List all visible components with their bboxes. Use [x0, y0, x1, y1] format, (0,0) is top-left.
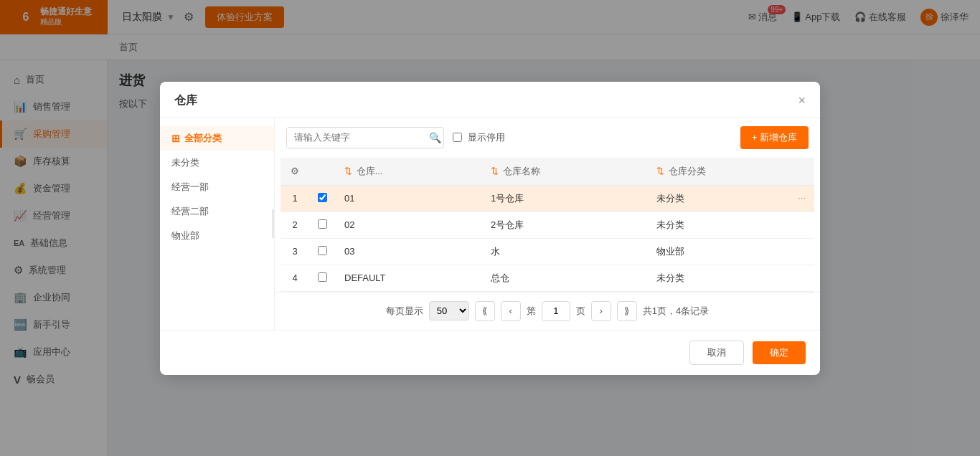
search-input[interactable]	[287, 128, 422, 147]
warehouse-table: ⚙ ⇅ 仓库... ⇅ 仓库名称	[281, 158, 814, 292]
col-gear[interactable]: ⚙	[281, 158, 309, 186]
row-code: 03	[336, 238, 482, 265]
col-code[interactable]: ⇅ 仓库...	[336, 158, 482, 186]
pagination: 每页显示 50 20 100 ⟪ ‹ 第 页 › ⟫ 共1页，4条记录	[275, 292, 820, 330]
warehouse-dialog: 仓库 × ⊞ 全部分类 未分类 经营一部 经营二部 物业部 《	[160, 82, 820, 375]
sort-icon-cat: ⇅	[656, 166, 664, 176]
dialog-footer: 取消 确定	[160, 330, 820, 375]
row-category: 未分类	[648, 265, 814, 291]
table-toolbar: 🔍 显示停用 + 新增仓库	[275, 118, 820, 158]
dialog-close-btn[interactable]: ×	[798, 94, 806, 107]
row-code: 01	[336, 185, 482, 212]
row-seq: 1	[281, 185, 309, 212]
page-number-input[interactable]	[542, 301, 570, 321]
row-actions-btn[interactable]: ···	[798, 192, 806, 203]
col-check	[309, 158, 336, 186]
table-row[interactable]: 3 03 水 物业部	[281, 238, 814, 265]
row-name: 2号仓库	[482, 212, 649, 238]
col-name[interactable]: ⇅ 仓库名称	[482, 158, 649, 186]
table-row[interactable]: 2 02 2号仓库 未分类	[281, 212, 814, 238]
show-disabled-label: 显示停用	[468, 131, 505, 144]
row-checkbox[interactable]	[309, 185, 336, 212]
total-label: 共1页，4条记录	[643, 305, 709, 318]
page-prev-btn[interactable]: ‹	[501, 301, 521, 321]
search-icon[interactable]: 🔍	[422, 128, 444, 148]
row-code: DEFAULT	[336, 265, 482, 291]
row-category: 未分类	[648, 212, 814, 238]
per-page-label: 每页显示	[386, 305, 423, 318]
table-row[interactable]: 4 DEFAULT 总仓 未分类	[281, 265, 814, 291]
table-row[interactable]: 1 01 1号仓库 未分类···	[281, 185, 814, 212]
col-category[interactable]: ⇅ 仓库分类	[648, 158, 814, 186]
row-checkbox[interactable]	[309, 265, 336, 291]
dialog-header: 仓库 ×	[160, 82, 820, 118]
dialog-overlay: 仓库 × ⊞ 全部分类 未分类 经营一部 经营二部 物业部 《	[0, 0, 980, 456]
table-panel: 🔍 显示停用 + 新增仓库 ⚙	[275, 118, 820, 330]
cat-item-uncat[interactable]: 未分类	[160, 151, 274, 175]
page-last-btn[interactable]: ⟫	[617, 301, 637, 321]
page-label-pre: 第	[527, 305, 536, 318]
row-name: 1号仓库	[482, 185, 649, 212]
show-disabled-checkbox[interactable]: 显示停用	[453, 131, 505, 144]
per-page-select[interactable]: 50 20 100	[429, 301, 469, 320]
cat-all-btn[interactable]: ⊞ 全部分类	[160, 126, 274, 151]
row-category: 物业部	[648, 238, 814, 265]
cat-all-label: 全部分类	[184, 132, 222, 145]
cat-item-property[interactable]: 物业部	[160, 224, 274, 248]
sort-icon-name: ⇅	[491, 166, 499, 176]
data-table: ⚙ ⇅ 仓库... ⇅ 仓库名称	[275, 158, 820, 292]
cancel-button[interactable]: 取消	[689, 341, 744, 365]
sort-icon-code: ⇅	[344, 166, 352, 176]
cat-item-dept2[interactable]: 经营二部	[160, 199, 274, 224]
page-next-btn[interactable]: ›	[591, 301, 611, 321]
row-category: 未分类···	[648, 185, 814, 212]
dialog-body: ⊞ 全部分类 未分类 经营一部 经营二部 物业部 《 🔍	[160, 118, 820, 330]
row-seq: 3	[281, 238, 309, 265]
show-disabled-check[interactable]	[453, 133, 462, 142]
add-warehouse-btn[interactable]: + 新增仓库	[740, 126, 809, 149]
row-seq: 4	[281, 265, 309, 291]
dialog-title: 仓库	[174, 93, 197, 108]
cat-item-dept1[interactable]: 经营一部	[160, 175, 274, 199]
category-panel: ⊞ 全部分类 未分类 经营一部 经营二部 物业部 《	[160, 118, 275, 330]
row-checkbox[interactable]	[309, 212, 336, 238]
page-first-btn[interactable]: ⟪	[475, 301, 495, 321]
row-code: 02	[336, 212, 482, 238]
row-seq: 2	[281, 212, 309, 238]
category-collapse-btn[interactable]: 《	[272, 209, 275, 238]
row-checkbox[interactable]	[309, 238, 336, 265]
chevron-left-icon: 《	[273, 217, 275, 229]
confirm-button[interactable]: 确定	[753, 341, 806, 364]
row-name: 总仓	[482, 265, 649, 291]
search-box: 🔍	[286, 127, 444, 148]
table-header-row: ⚙ ⇅ 仓库... ⇅ 仓库名称	[281, 158, 814, 186]
page-label-post: 页	[576, 305, 585, 318]
row-name: 水	[482, 238, 649, 265]
grid-icon: ⊞	[171, 133, 180, 144]
